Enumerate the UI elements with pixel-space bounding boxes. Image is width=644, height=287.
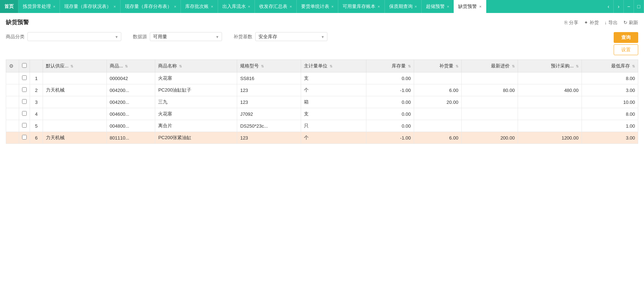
tab-inventory-dist-close[interactable]: × bbox=[174, 4, 176, 9]
tab-abnormal-close[interactable]: × bbox=[53, 4, 55, 9]
td-unit-2: 箱 bbox=[301, 96, 366, 108]
tab-shortage[interactable]: 缺货预警 × bbox=[454, 0, 486, 13]
td-name-0: 火花塞 bbox=[155, 72, 237, 84]
tab-recv-summary[interactable]: 收发存汇总表 × bbox=[255, 0, 296, 13]
td-spec-2: 123 bbox=[237, 96, 301, 108]
td-checkbox-2[interactable] bbox=[19, 96, 30, 108]
td-checkbox-4[interactable] bbox=[19, 120, 30, 132]
td-replenish-1: 6.00 bbox=[414, 84, 461, 96]
th-min-inventory[interactable]: 最低库存 ⇅ bbox=[582, 60, 638, 72]
tab-recv-summary-close[interactable]: × bbox=[290, 4, 292, 9]
th-min-inventory-label: 最低库存 bbox=[611, 63, 630, 69]
td-unit-4: 只 bbox=[301, 120, 366, 132]
td-spec-1: 123 bbox=[237, 84, 301, 96]
th-gear[interactable]: ⚙ bbox=[6, 60, 19, 72]
td-price-3 bbox=[461, 108, 518, 120]
td-price-1: 80.00 bbox=[461, 84, 518, 96]
th-spec-model[interactable]: 规格型号 ⇅ bbox=[237, 60, 301, 72]
row-checkbox-2[interactable] bbox=[22, 99, 27, 104]
td-checkbox-1[interactable] bbox=[19, 84, 30, 96]
td-replenish-3 bbox=[414, 108, 461, 120]
tab-demand-stat-close[interactable]: × bbox=[331, 4, 334, 9]
maximize-icon: □ bbox=[637, 4, 640, 9]
tab-inventory-status[interactable]: 现存量（库存状况表） × bbox=[60, 0, 120, 13]
data-table: ⚙ 默认供应... ⇅ 商品... ⇅ 商品名称 ⇅ bbox=[6, 59, 638, 144]
datasource-filter: 数据源 可用量 bbox=[133, 32, 222, 41]
row-checkbox-4[interactable] bbox=[22, 123, 27, 128]
category-select[interactable] bbox=[27, 32, 121, 41]
tab-next-button[interactable]: › bbox=[614, 0, 624, 13]
table-body: 1 0000042 火花塞 SS816 支 0.00 8.00 2 力天机械 0… bbox=[6, 72, 638, 144]
td-spec-4: DS250*23c... bbox=[237, 120, 301, 132]
tab-home[interactable]: 首页 bbox=[0, 0, 18, 13]
row-checkbox-3[interactable] bbox=[22, 111, 27, 116]
tab-demand-stat[interactable]: 要货单统计表 × bbox=[297, 0, 338, 13]
tab-inventory-status-close[interactable]: × bbox=[113, 4, 116, 9]
td-name-1: PC200油缸缸子 bbox=[155, 84, 237, 96]
share-button[interactable]: ⎘ 分享 bbox=[565, 19, 578, 26]
th-default-supplier[interactable]: 默认供应... ⇅ bbox=[43, 60, 107, 72]
tab-available-ledger[interactable]: 可用量库存账本 × bbox=[338, 0, 384, 13]
export-button[interactable]: ↓ 导出 bbox=[605, 19, 618, 26]
table-row: 2 力天机械 004200... PC200油缸缸子 123 个 -1.00 6… bbox=[6, 84, 638, 96]
tab-maximize-button[interactable]: □ bbox=[634, 0, 644, 13]
td-checkbox-0[interactable] bbox=[19, 72, 30, 84]
td-code-1: 004200... bbox=[106, 84, 155, 96]
tab-inout-flow[interactable]: 出入库流水 × bbox=[218, 0, 255, 13]
settings-button[interactable]: 设置 bbox=[614, 44, 638, 55]
tab-expiry-query[interactable]: 保质期查询 × bbox=[385, 0, 422, 13]
row-checkbox-0[interactable] bbox=[22, 75, 27, 80]
th-inventory[interactable]: 库存量 ⇅ bbox=[366, 60, 414, 72]
td-checkbox-5[interactable] bbox=[19, 132, 30, 144]
refresh-label: 刷新 bbox=[629, 19, 638, 26]
td-checkbox-3[interactable] bbox=[19, 108, 30, 120]
th-est-purchase[interactable]: 预计采购... ⇅ bbox=[518, 60, 582, 72]
row-checkbox-1[interactable] bbox=[22, 87, 27, 92]
tab-batch-account[interactable]: 库存批次账 × bbox=[181, 0, 218, 13]
td-rownum-2: 3 bbox=[30, 96, 43, 108]
tab-shortage-label: 缺货预警 bbox=[458, 3, 477, 10]
tab-recv-summary-label: 收发存汇总表 bbox=[259, 3, 287, 10]
th-product-code[interactable]: 商品... ⇅ bbox=[106, 60, 155, 72]
th-latest-price[interactable]: 最新进价 ⇅ bbox=[461, 60, 518, 72]
td-inventory-0: 0.00 bbox=[366, 72, 414, 84]
tab-shortage-close[interactable]: × bbox=[479, 4, 481, 9]
th-checkbox[interactable] bbox=[19, 60, 30, 72]
sort-icon-replenish: ⇅ bbox=[456, 64, 458, 68]
select-all-checkbox[interactable] bbox=[22, 63, 27, 68]
td-name-5: PC200张紧油缸 bbox=[155, 132, 237, 144]
replenish-basis-label: 补货基数 bbox=[234, 34, 252, 40]
sort-icon-purchase: ⇅ bbox=[576, 64, 579, 68]
category-filter: 商品分类 bbox=[6, 32, 121, 41]
table-header-row: ⚙ 默认供应... ⇅ 商品... ⇅ 商品名称 ⇅ bbox=[6, 60, 638, 72]
refresh-button[interactable]: ↻ 刷新 bbox=[623, 19, 638, 26]
tab-inventory-dist[interactable]: 现存量（库存分布表） × bbox=[121, 0, 181, 13]
td-spec-3: J7092 bbox=[237, 108, 301, 120]
replenish-basis-select[interactable]: 安全库存 bbox=[255, 32, 327, 41]
td-rownum-0: 1 bbox=[30, 72, 43, 84]
row-checkbox-5[interactable] bbox=[22, 135, 27, 140]
tab-abnormal[interactable]: 拣货异常处理 × bbox=[18, 0, 60, 13]
tab-minimize-button[interactable]: − bbox=[624, 0, 634, 13]
tab-overstock-close[interactable]: × bbox=[447, 4, 449, 9]
tab-expiry-query-close[interactable]: × bbox=[415, 4, 417, 9]
replenish-button[interactable]: ✦ 补货 bbox=[584, 19, 599, 26]
th-inventory-label: 库存量 bbox=[392, 63, 406, 69]
tab-available-ledger-close[interactable]: × bbox=[378, 4, 380, 9]
th-unit-label: 主计量单位 bbox=[304, 63, 327, 69]
table-row: 3 004200... 三九 123 箱 0.00 20.00 10.00 bbox=[6, 96, 638, 108]
th-product-name[interactable]: 商品名称 ⇅ bbox=[155, 60, 237, 72]
tab-batch-account-close[interactable]: × bbox=[211, 4, 213, 9]
datasource-select[interactable]: 可用量 bbox=[150, 32, 222, 41]
tab-prev-button[interactable]: ‹ bbox=[604, 0, 614, 13]
td-purchase-1: 480.00 bbox=[518, 84, 582, 96]
sort-icon-min-inventory: ⇅ bbox=[632, 64, 635, 68]
td-code-4: 004800... bbox=[106, 120, 155, 132]
td-purchase-0 bbox=[518, 72, 582, 84]
th-unit[interactable]: 主计量单位 ⇅ bbox=[301, 60, 366, 72]
td-min-inv-4: 1.00 bbox=[582, 120, 638, 132]
query-button[interactable]: 查询 bbox=[614, 32, 638, 43]
th-replenish-qty[interactable]: 补货量 ⇅ bbox=[414, 60, 461, 72]
tab-overstock[interactable]: 超储预警 × bbox=[422, 0, 454, 13]
tab-inout-flow-close[interactable]: × bbox=[248, 4, 250, 9]
